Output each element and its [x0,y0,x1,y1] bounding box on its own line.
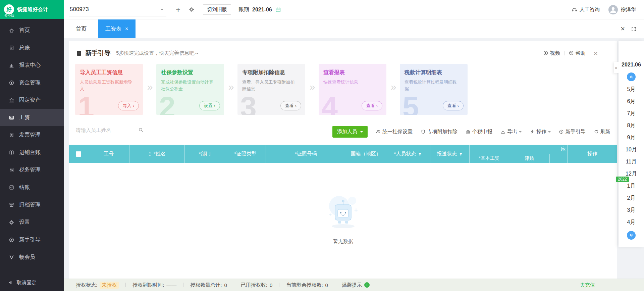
sidebar-menu: 首页 总账 报表中心 资金管理 固定资产 工资 发票管理 进销台账 [0,19,64,266]
recharge-link[interactable]: 去充值 [580,282,595,288]
beginner-guide-link[interactable]: 新手引导 [559,129,586,135]
guide-header: 新手引导 5步快速完成设置，快去完善信息吧～ 视频 帮助 × [69,41,617,59]
chevron-down-icon [160,9,164,12]
video-link[interactable]: 视频 [543,50,560,56]
employee-search-box [76,127,144,136]
avatar[interactable] [608,5,618,14]
settings-gear-button[interactable] [189,6,195,13]
unified-social-security-link[interactable]: 统一社保设置 [376,129,413,135]
calendar-icon[interactable] [275,7,281,13]
month-item[interactable]: 2月 [619,192,644,204]
month-item[interactable]: 10月 [619,144,644,156]
sidebar-item-member[interactable]: 畅会员 [0,248,64,266]
switch-old-version-button[interactable]: 切到旧版 [203,4,231,15]
step-action-button[interactable]: 导入› [118,101,139,110]
col-person-status: *人员状态 [386,145,430,163]
double-chevron-icon: » [146,81,154,93]
home-icon [9,28,14,33]
month-item[interactable]: 9月 [619,132,644,144]
sidebar-item-home[interactable]: 首页 [0,21,64,39]
refresh-icon [594,129,599,134]
sidebar-item-funds[interactable]: 资金管理 [0,74,64,91]
sidebar-item-archive[interactable]: 归档管理 [0,196,64,213]
guide-icon [9,237,14,243]
year-badge: 2022 [616,177,629,182]
select-all-checkbox[interactable] [76,151,81,157]
divider [335,283,335,287]
double-chevron-icon: » [308,81,317,93]
tab-salary-sheet[interactable]: 工资表 × [98,19,136,38]
guide-close-icon[interactable]: × [594,50,598,57]
fullscreen-icon[interactable] [631,26,637,32]
step-title: 查看报表 [323,69,382,76]
ledger-icon [9,45,14,51]
col-allowance: 津贴 [509,154,550,163]
month-item[interactable]: 8月 [619,119,644,132]
col-report-status: 报送状态 [430,145,470,163]
report-icon [9,62,14,68]
add-person-button[interactable]: 添加人员 [332,126,368,138]
add-account-button[interactable]: + [176,6,180,14]
assets-icon [9,97,14,103]
search-icon[interactable] [138,127,144,133]
step-number: 4 [321,92,338,115]
close-panel-icon[interactable]: × [621,25,625,33]
month-item[interactable]: 7月 [619,107,644,119]
funds-icon [9,80,14,86]
sidebar-item-invoice[interactable]: 发票管理 [0,126,64,144]
employee-search-input[interactable] [76,127,133,133]
empty-state: 暂无数据 [69,191,617,281]
username[interactable]: 徐泽华 [621,6,636,13]
actions-dropdown[interactable]: 操作 [530,129,551,135]
sidebar-item-closing[interactable]: 结账 [0,179,64,196]
filter-funnel-icon[interactable] [459,152,463,156]
step-action-button[interactable]: 查看› [280,101,301,110]
step-title: 税款计算明细表 [405,69,463,76]
scroll-months-down-button[interactable] [627,231,636,240]
sidebar-item-tax[interactable]: 税务管理 [0,161,64,179]
special-deduction-link[interactable]: 专项附加扣除 [421,129,458,135]
sidebar-item-report-center[interactable]: 报表中心 [0,56,64,74]
sidebar-item-trade-ledger[interactable]: 进销台账 [0,144,64,161]
auth-status-badge: 未授权 [100,282,119,289]
tab-home[interactable]: 首页 [68,19,94,38]
refresh-link[interactable]: 刷新 [594,129,610,135]
chevron-right-icon: › [214,103,215,108]
sidebar-item-settings[interactable]: 设置 [0,213,64,231]
info-icon[interactable]: i [364,282,370,288]
sidebar-item-beginner-guide[interactable]: 新手引导 [0,231,64,248]
sort-icon[interactable] [148,152,152,156]
month-item[interactable]: 6月 [619,95,644,107]
sidebar-item-salary[interactable]: 工资 [0,109,64,126]
guide-title: 新手引导 [85,49,111,57]
month-item[interactable]: 5月 [619,83,644,95]
scroll-months-up-button[interactable] [627,72,636,81]
account-select[interactable]: 500973 [69,3,166,16]
month-item[interactable]: 4月 [619,216,644,228]
archive-icon [9,202,14,208]
period-picker-panel: » 2021.06 5月 6月 7月 8月 9月 10月 11月 12月 1月 … [619,41,644,247]
headset-icon [572,7,577,12]
tab-close-icon[interactable]: × [125,26,128,32]
sidebar-item-general-ledger[interactable]: 总账 [0,39,64,56]
step-action-button[interactable]: 查看› [362,101,382,110]
help-link[interactable]: 帮助 [569,50,586,56]
download-icon [500,129,505,134]
filter-funnel-icon[interactable] [418,152,422,156]
chevron-double-up-icon [629,75,634,79]
month-item[interactable]: 11月 [619,156,644,168]
collapse-panel-notch[interactable]: » [614,62,619,73]
tax-filing-link[interactable]: 个税申报 [466,129,492,135]
warm-tip: 温馨提示 i [342,282,370,288]
sidebar-item-fixed-assets[interactable]: 固定资产 [0,91,64,109]
chevron-right-icon: › [458,103,459,108]
manual-consult-button[interactable]: 人工咨询 [572,6,600,13]
month-item[interactable]: 3月 [619,204,644,216]
step-number: 1 [78,92,94,115]
export-dropdown[interactable]: 导出 [500,129,522,135]
unpin-sidebar-button[interactable]: 取消固定 [0,274,64,291]
step-action-button[interactable]: 查看› [443,101,464,110]
step-action-button[interactable]: 设置› [199,101,220,110]
sidebar-item-label: 新手引导 [19,236,41,243]
period-value[interactable]: 2021-06 [252,7,272,13]
